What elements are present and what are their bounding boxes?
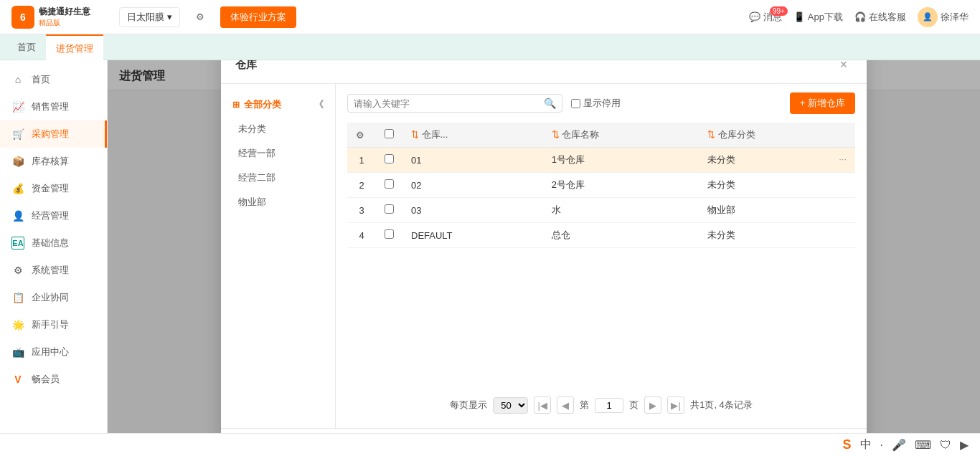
collapse-icon[interactable]: 《 — [314, 98, 324, 111]
sidebar-item-home[interactable]: ⌂ 首页 — [0, 66, 107, 93]
th-code: ⇅ 仓库... — [402, 123, 543, 148]
show-disabled-checkbox: 显示停用 — [571, 97, 621, 110]
modal-header: 仓库 × — [221, 60, 867, 84]
sidebar-item-system[interactable]: ⚙ 系统管理 — [0, 257, 107, 284]
system-icon: ⚙ — [11, 264, 24, 277]
keyboard-icon[interactable]: ⌨ — [915, 438, 931, 452]
operations-icon: 👤 — [11, 209, 24, 222]
sidebar-item-apps[interactable]: 📺 应用中心 — [0, 338, 107, 366]
sidebar-item-enterprise[interactable]: 📋 企业协同 — [0, 284, 107, 311]
category-header: ⊞ 全部分类 《 — [221, 92, 335, 117]
category-item-property[interactable]: 物业部 — [221, 190, 335, 214]
row-1-name: 1号仓库 — [543, 148, 699, 173]
th-check — [376, 123, 402, 148]
trial-button[interactable]: 体验行业方案 — [220, 6, 296, 28]
next-page-btn[interactable]: ▶ — [644, 396, 661, 414]
table-row[interactable]: 3 03 水 物业部 — [347, 198, 855, 223]
row-4-check — [376, 223, 402, 248]
bell-icon: 💬 — [749, 11, 760, 22]
first-page-btn[interactable]: |◀ — [534, 396, 551, 414]
row-1-more-btn[interactable]: ··· — [839, 153, 847, 164]
finance-icon: 💰 — [11, 182, 24, 195]
sidebar-item-guide[interactable]: 🌟 新手引导 — [0, 311, 107, 338]
avatar: 👤 — [918, 7, 938, 27]
th-settings: ⚙ — [347, 123, 376, 148]
logo-text: 畅捷通好生意 精品版 — [39, 6, 90, 28]
table-row[interactable]: 4 DEFAULT 总仓 未分类 — [347, 223, 855, 248]
warehouse-table: ⚙ ⇅ 仓库... — [347, 123, 855, 248]
page-number-input[interactable] — [595, 398, 623, 413]
row-3-check — [376, 198, 402, 223]
sidebar-item-finance[interactable]: 💰 资金管理 — [0, 175, 107, 202]
play-icon[interactable]: ▶ — [960, 438, 969, 452]
sidebar-item-sales[interactable]: 📈 销售管理 — [0, 93, 107, 120]
table-row[interactable]: 1 01 1号仓库 未分类 ··· — [347, 148, 855, 173]
zh-icon[interactable]: 中 — [860, 437, 872, 452]
content-area: 进货管理 仓库 × ⊞ 全部分类 — [108, 60, 980, 456]
gear-icon: ⚙ — [196, 11, 204, 22]
basic-info-icon: EA — [11, 237, 24, 250]
nav-tab-home[interactable]: 首页 — [7, 34, 46, 60]
app-download-btn[interactable]: 📱 App下载 — [793, 11, 843, 24]
shield-icon[interactable]: 🛡 — [940, 439, 951, 452]
sidebar-item-operations[interactable]: 👤 经营管理 — [0, 202, 107, 229]
sort-icon: ⇅ — [411, 129, 419, 140]
s-logo-icon: S — [843, 437, 852, 452]
apps-icon: 📺 — [11, 346, 24, 358]
settings-button[interactable]: ⚙ — [189, 6, 212, 29]
sidebar-item-vip[interactable]: V 畅会员 — [0, 366, 107, 393]
category-item-ops1[interactable]: 经营一部 — [221, 141, 335, 166]
row-4-num: 4 — [347, 223, 376, 248]
vip-icon: V — [11, 373, 24, 386]
warehouse-modal: 仓库 × ⊞ 全部分类 《 未分类 — [221, 60, 867, 456]
prev-page-btn[interactable]: ◀ — [557, 396, 574, 414]
phone-icon: 📱 — [793, 11, 805, 22]
category-item-ops2[interactable]: 经营二部 — [221, 166, 335, 190]
enterprise-icon: 📋 — [11, 291, 24, 304]
store-selector[interactable]: 日太阳膜 ▾ — [119, 7, 180, 27]
modal-title: 仓库 — [235, 60, 257, 72]
th-name: ⇅ 仓库名称 — [543, 123, 699, 148]
show-disabled-toggle[interactable] — [571, 99, 580, 108]
sales-icon: 📈 — [11, 100, 24, 113]
sidebar-item-basic-info[interactable]: EA 基础信息 — [0, 229, 107, 257]
last-page-btn[interactable]: ▶| — [667, 396, 684, 414]
sort-icon-cat: ⇅ — [707, 129, 715, 140]
modal-body: ⊞ 全部分类 《 未分类 经营一部 经营二部 物业部 — [221, 84, 867, 428]
row-3-code: 03 — [402, 198, 543, 223]
search-input[interactable] — [354, 98, 544, 109]
select-all-checkbox[interactable] — [385, 129, 394, 138]
chevron-down-icon: ▾ — [167, 11, 172, 22]
sidebar-item-inventory[interactable]: 📦 库存核算 — [0, 148, 107, 175]
headset-icon: 🎧 — [854, 11, 866, 22]
modal-close-button[interactable]: × — [835, 60, 852, 73]
row-2-check — [376, 173, 402, 198]
table-body: 1 01 1号仓库 未分类 ··· — [347, 148, 855, 248]
home-icon: ⌂ — [11, 73, 24, 86]
per-page-select[interactable]: 50 — [493, 397, 528, 414]
bottom-bar: S 中 · 🎤 ⌨ 🛡 ▶ — [0, 433, 980, 456]
main-layout: ⌂ 首页 📈 销售管理 🛒 采购管理 📦 库存核算 💰 资金管理 👤 经营管理 … — [0, 60, 980, 456]
header-middle: 日太阳膜 ▾ ⚙ 体验行业方案 — [119, 6, 749, 29]
search-icon: 🔍 — [544, 98, 556, 109]
search-box: 🔍 — [347, 94, 562, 113]
user-menu[interactable]: 👤 徐泽华 — [918, 7, 969, 27]
customer-service-btn[interactable]: 🎧 在线客服 — [854, 11, 906, 24]
settings-icon: ⚙ — [356, 130, 364, 141]
notifications-badge: 99+ — [770, 6, 788, 16]
pagination: 每页显示 50 |◀ ◀ 第 页 ▶ ▶| 共1页, 4条记录 — [347, 388, 855, 419]
th-category: ⇅ 仓库分类 — [699, 123, 855, 148]
row-4-category: 未分类 — [699, 223, 855, 248]
category-item-unclassified[interactable]: 未分类 — [221, 117, 335, 141]
sidebar-item-purchase[interactable]: 🛒 采购管理 — [0, 120, 107, 148]
table-header: ⚙ ⇅ 仓库... — [347, 123, 855, 148]
mic-icon[interactable]: 🎤 — [892, 438, 906, 452]
logo-area: 6 畅捷通好生意 精品版 — [11, 6, 119, 29]
add-warehouse-button[interactable]: + 新增仓库 — [790, 92, 855, 114]
nav-tab-purchase[interactable]: 进货管理 — [46, 34, 103, 60]
notifications-btn[interactable]: 💬 消息 99+ — [749, 11, 782, 24]
nav-bar: 首页 进货管理 — [0, 34, 980, 60]
row-1-check — [376, 148, 402, 173]
table-toolbar: 🔍 显示停用 + 新增仓库 — [347, 92, 855, 114]
table-row[interactable]: 2 02 2号仓库 未分类 — [347, 173, 855, 198]
